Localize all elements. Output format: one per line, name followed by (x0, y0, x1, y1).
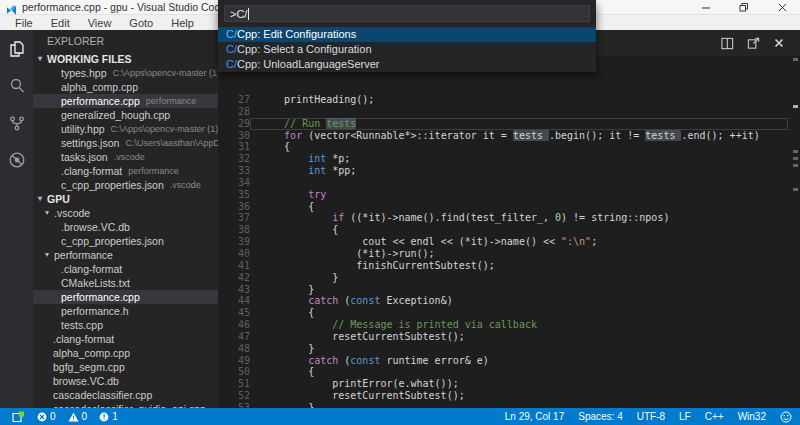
item-label: c_cpp_properties.json (61, 234, 164, 248)
code-line[interactable]: 43 } (218, 284, 800, 296)
code-line[interactable]: 51 printError(e.what()); (218, 378, 800, 390)
tree-item[interactable]: bgfg_segm.cpp (33, 360, 218, 374)
tree-item[interactable]: generalized_hough.cpp (33, 108, 218, 122)
split-editor-button[interactable] (720, 36, 734, 50)
editor-pane[interactable]: 27 printHeading();2829 // Run tests30 fo… (218, 30, 800, 408)
status-segment[interactable]: C++ (705, 411, 724, 422)
status-cpp-database[interactable] (8, 411, 29, 423)
section-header-gpu[interactable]: ▾GPU (33, 192, 218, 206)
feedback-smiley-button[interactable] (780, 411, 792, 423)
restore-button[interactable] (738, 2, 750, 13)
tree-item[interactable]: performance.cpp (33, 290, 218, 304)
palette-item[interactable]: C/Cpp: UnloadLanguageServer (218, 57, 596, 72)
code-area[interactable]: 27 printHeading();2829 // Run tests30 fo… (218, 94, 800, 408)
tree-item[interactable]: cascadeclassifier.cpp (33, 388, 218, 402)
tree-item[interactable]: performance.cppperformance (33, 94, 218, 108)
tree-item[interactable]: utility.hppC:\Apps\opencv-master (1)\ope… (33, 122, 218, 136)
code-line[interactable]: 32 int *p; (218, 153, 800, 165)
tree-item[interactable]: .clang-formatperformance (33, 164, 218, 178)
tree-item[interactable]: CMakeLists.txt (33, 276, 218, 290)
menu-item-edit[interactable]: Edit (42, 17, 79, 29)
close-editor-icon (774, 38, 784, 48)
tree-item[interactable]: types.hppC:\Apps\opencv-master (1)\openc… (33, 66, 218, 80)
tree-item[interactable]: settings.jsonC:\Users\aasthan\AppData\Ro… (33, 136, 218, 150)
tree-item[interactable]: .clang-format (33, 332, 218, 346)
tree-item[interactable]: c_cpp_properties.json.vscode (33, 178, 218, 192)
code-line[interactable]: 49 catch (const runtime_error& e) (218, 355, 800, 367)
activitybar-debug-button[interactable] (6, 149, 28, 171)
line-number: 46 (218, 319, 250, 331)
status-segment[interactable]: Win32 (738, 411, 766, 422)
minimize-button[interactable] (700, 2, 712, 13)
match-highlight: C/ (226, 43, 237, 55)
code-line[interactable]: 40 (*it)->run(); (218, 248, 800, 260)
code-line[interactable]: 44 catch (const Exception&) (218, 295, 800, 307)
files-icon (7, 39, 27, 59)
line-content: printError(e.what()); (250, 378, 788, 390)
code-line[interactable]: 45 { (218, 307, 800, 319)
code-line[interactable]: 37 if ((*it)->name().find(test_filter_, … (218, 212, 800, 224)
activitybar-search-button[interactable] (6, 75, 28, 97)
code-line[interactable]: 30 for (vector<Runnable*>::iterator it =… (218, 130, 800, 142)
code-line[interactable]: 50 { (218, 366, 800, 378)
code-line[interactable]: 41 finishCurrentSubtest(); (218, 260, 800, 272)
status-info[interactable]: 1 (95, 411, 122, 422)
status-error[interactable]: 0 (33, 411, 60, 422)
tree-item[interactable]: .clang-format (33, 262, 218, 276)
palette-item[interactable]: C/Cpp: Select a Configuration (218, 42, 596, 57)
activitybar-files-button[interactable] (6, 38, 28, 60)
tree-item[interactable]: alpha_comp.cpp (33, 346, 218, 360)
activitybar-git-button[interactable] (6, 112, 28, 134)
tree-item[interactable]: tasks.json.vscode (33, 150, 218, 164)
code-line[interactable]: 42 } (218, 272, 800, 284)
line-number: 36 (218, 201, 250, 213)
command-palette-input[interactable]: >C/ (224, 5, 590, 22)
item-label: .browse.VC.db (61, 220, 130, 234)
code-line[interactable]: 29 // Run tests (218, 118, 800, 130)
code-line[interactable]: 33 int *pp; (218, 165, 800, 177)
code-line[interactable]: 34 (218, 177, 800, 189)
item-label: .vscode (54, 206, 90, 220)
code-line[interactable]: 27 printHeading(); (218, 94, 800, 106)
code-line[interactable]: 38 { (218, 224, 800, 236)
palette-item-label: Cpp: UnloadLanguageServer (237, 58, 380, 70)
line-content: for (vector<Runnable*>::iterator it = te… (250, 130, 788, 142)
code-line[interactable]: 39 cout << endl << (*it)->name() << ":\n… (218, 236, 800, 248)
code-line[interactable]: 48 } (218, 343, 800, 355)
status-segment[interactable]: Spaces: 4 (578, 411, 622, 422)
status-segment[interactable]: Ln 29, Col 17 (505, 411, 565, 422)
tree-item[interactable]: tests.cpp (33, 318, 218, 332)
preview-button[interactable] (746, 36, 760, 50)
tree-item[interactable]: browse.VC.db (33, 374, 218, 388)
status-warning[interactable]: 0 (64, 411, 92, 422)
tree-folder[interactable]: ▾.vscode (33, 206, 218, 220)
line-number: 37 (218, 212, 250, 224)
tree-item[interactable]: .browse.VC.db (33, 220, 218, 234)
status-segment[interactable]: LF (679, 411, 691, 422)
code-line[interactable]: 31 { (218, 141, 800, 153)
line-number: 52 (218, 390, 250, 402)
palette-item[interactable]: C/Cpp: Edit Configurations (218, 27, 596, 42)
tree-folder[interactable]: ▾performance (33, 248, 218, 262)
tree-item[interactable]: c_cpp_properties.json (33, 234, 218, 248)
menu-item-goto[interactable]: Goto (120, 17, 162, 29)
line-content: int *pp; (250, 165, 788, 177)
tree-item[interactable]: alpha_comp.cpp (33, 80, 218, 94)
code-line[interactable]: 28 (218, 106, 800, 118)
code-line[interactable]: 36 { (218, 201, 800, 213)
code-line[interactable]: 35 try (218, 189, 800, 201)
status-segment[interactable]: UTF-8 (637, 411, 665, 422)
menu-item-view[interactable]: View (79, 17, 121, 29)
item-label: .clang-format (53, 332, 114, 346)
menu-item-file[interactable]: File (6, 17, 42, 29)
close-window-button[interactable] (776, 2, 788, 13)
close-editor-button[interactable] (772, 36, 786, 50)
line-number: 42 (218, 272, 250, 284)
item-label: performance.cpp (61, 290, 140, 304)
code-line[interactable]: 46 // Message is printed via callback (218, 319, 800, 331)
menu-item-help[interactable]: Help (162, 17, 203, 29)
code-line[interactable]: 47 resetCurrentSubtest(); (218, 331, 800, 343)
code-line[interactable]: 52 resetCurrentSubtest(); (218, 390, 800, 402)
section-header-working-files[interactable]: ▾WORKING FILES (33, 52, 218, 66)
tree-item[interactable]: performance.h (33, 304, 218, 318)
